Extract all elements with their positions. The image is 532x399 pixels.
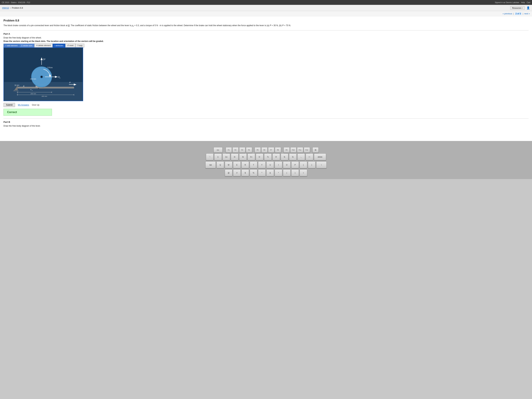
1-key[interactable]: 1! [214, 153, 222, 160]
nav-bar: « previous | 2 of 3 | next » [0, 11, 532, 16]
submit-area: Submit My Answers Give Up [3, 103, 529, 107]
svg-text:150 mm: 150 mm [30, 78, 36, 80]
f5-key[interactable]: F5 [254, 147, 261, 153]
bracket-left-key[interactable]: [ [300, 161, 307, 168]
power-key[interactable]: ⏻ [312, 147, 319, 153]
f7-key[interactable]: F7 [268, 147, 274, 153]
diagram-svg: O y O x 5 N·m 150 mm P B A 50 mm [4, 48, 83, 101]
at-key[interactable]: @ [225, 169, 232, 176]
t-key[interactable]: T [250, 161, 257, 168]
my-answers-link[interactable]: My Answers [18, 104, 29, 106]
p-key[interactable]: P [291, 161, 299, 168]
diagram-container[interactable]: O y O x 5 N·m 150 mm P B A 50 mm [3, 47, 83, 101]
f3-key[interactable]: F3 [239, 147, 245, 153]
9-key[interactable]: 9( [281, 153, 288, 160]
breadcrumb-right: Resources ÷ 👤 [510, 6, 530, 10]
backtick-key[interactable]: `~ [206, 153, 214, 160]
f11-key[interactable]: F11 [297, 147, 303, 153]
f9-key[interactable]: F9 [284, 147, 290, 153]
nav-separator-2: | [523, 13, 523, 15]
hash-key[interactable]: # [233, 169, 241, 176]
f2-key[interactable]: F2 [232, 147, 239, 153]
f1-key[interactable]: F1 [226, 147, 232, 153]
cart-link[interactable]: Cart [527, 1, 530, 3]
key-row-bottom: @ # $ % ^ & * ( ) + [225, 169, 307, 176]
next-link[interactable]: next » [524, 13, 530, 15]
current-page: 2 of 3 [515, 12, 522, 15]
y-key[interactable]: Y [258, 161, 266, 168]
6-key[interactable]: 6^ [256, 153, 263, 160]
q-key[interactable]: Q [216, 161, 224, 168]
rparen-key[interactable]: ) [291, 169, 299, 176]
hw-link[interactable]: HW#10 [2, 7, 9, 9]
r-key[interactable]: R [241, 161, 249, 168]
esc-key[interactable]: esc [214, 147, 222, 153]
divider-1 [3, 30, 529, 31]
svg-text:200 mm: 200 mm [31, 93, 36, 95]
2-key[interactable]: 2@ [222, 153, 230, 160]
delete-element-button[interactable]: ✕ delete element [34, 44, 53, 47]
u-key[interactable]: U [266, 161, 274, 168]
part-a-instruction1: Draw the free-body diagram of the wheel. [3, 37, 529, 39]
dollar-key[interactable]: $ [241, 169, 249, 176]
reset-button[interactable]: ↺ reset [65, 44, 76, 47]
bracket-right-key[interactable]: ] [308, 161, 316, 168]
help-button[interactable]: ? help [75, 44, 84, 47]
svg-text:y: y [44, 58, 45, 60]
3-key[interactable]: 3# [231, 153, 239, 160]
o-key[interactable]: O [283, 161, 291, 168]
breadcrumb-separator: › [10, 7, 11, 9]
problem-title: Problem 8.8 [3, 19, 529, 22]
svg-text:P: P [69, 82, 71, 84]
svg-text:O: O [43, 58, 45, 61]
f6-key[interactable]: F6 [261, 147, 267, 153]
w-key[interactable]: W [225, 161, 232, 168]
f4-key[interactable]: F4 [246, 147, 252, 153]
part-b-heading: Part B [3, 121, 529, 123]
resources-button[interactable]: Resources ÷ [510, 6, 525, 10]
f8-key[interactable]: F8 [275, 147, 281, 153]
svg-text:5 N·m: 5 N·m [48, 67, 53, 69]
0-key[interactable]: 0) [289, 153, 297, 160]
percent-key[interactable]: % [250, 169, 257, 176]
submit-button[interactable]: Submit [3, 103, 15, 107]
backslash-key[interactable]: \ [316, 161, 327, 168]
minus-key[interactable]: -_ [297, 153, 305, 160]
7-key[interactable]: 7& [264, 153, 272, 160]
main-content: Problem 8.8 The block brake consists of … [0, 16, 532, 141]
breadcrumb-left: HW#10 › Problem 8.8 [2, 7, 23, 9]
lparen-key[interactable]: ( [283, 169, 291, 176]
help-link[interactable]: Help [521, 1, 525, 3]
i-key[interactable]: I [275, 161, 282, 168]
e-key[interactable]: E [233, 161, 241, 168]
attributes-button[interactable]: i attributes [53, 44, 65, 47]
8-key[interactable]: 8* [272, 153, 280, 160]
amp-key[interactable]: & [266, 169, 274, 176]
previous-link[interactable]: « previous [503, 13, 512, 15]
svg-text:A: A [23, 85, 25, 87]
correct-badge: Correct [3, 109, 52, 116]
5-key[interactable]: 5% [247, 153, 255, 160]
svg-text:O: O [58, 76, 60, 78]
f10-key[interactable]: F10 [290, 147, 297, 153]
f12-key[interactable]: F12 [304, 147, 310, 153]
caret-key[interactable]: ^ [258, 169, 266, 176]
star-key[interactable]: * [275, 169, 282, 176]
user-icon: 👤 [526, 6, 530, 10]
add-element-button[interactable]: + add element [3, 44, 19, 47]
part-b-instruction: Draw the free-body diagram of the lever. [3, 125, 529, 127]
breadcrumb-bar: HW#10 › Problem 8.8 Resources ÷ 👤 [0, 5, 532, 11]
vector-sum-button[interactable]: Σ vector sum [19, 44, 34, 47]
nav-separator-1: | [513, 13, 514, 15]
4-key[interactable]: 4$ [239, 153, 247, 160]
plus-key[interactable]: + [300, 169, 307, 176]
nav-bar-right: « previous | 2 of 3 | next » [503, 12, 530, 15]
give-up-link[interactable]: Give Up [32, 104, 39, 106]
equals-key[interactable]: =+ [306, 153, 313, 160]
tab-key[interactable]: tab [205, 161, 216, 168]
svg-text:n: n [32, 90, 32, 91]
delete-key[interactable]: delete [314, 153, 326, 160]
signed-in-text: Signed in as Dannis Latiolais [495, 1, 519, 3]
problem-breadcrumb: Problem 8.8 [12, 7, 23, 9]
keyboard-area: esc F1 F2 F3 F4 F5 F6 F7 F8 F9 F10 F11 F… [0, 141, 532, 179]
